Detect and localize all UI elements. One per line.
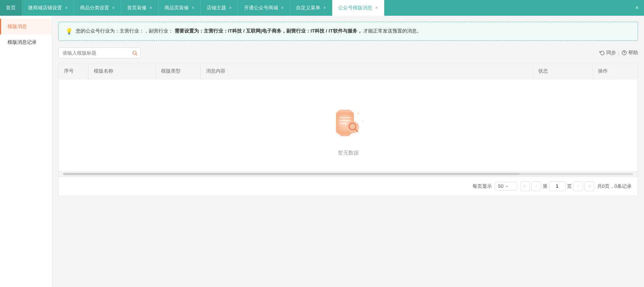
sync-icon: [600, 50, 605, 55]
empty-icon: ✦ ✦: [328, 102, 369, 143]
toolbar-right: 同步 | 帮助: [600, 49, 638, 56]
tab-template-message[interactable]: 公众号模版消息 ×: [332, 0, 384, 16]
col-header-name: 模版名称: [89, 63, 156, 79]
help-button[interactable]: 帮助: [622, 49, 638, 56]
empty-state: ✦ ✦ 暂无数据: [59, 79, 638, 171]
tab-wechat-mall[interactable]: 开通公众号商城 ×: [238, 0, 290, 16]
first-page-button[interactable]: [520, 181, 530, 191]
col-header-index: 序号: [59, 63, 89, 79]
empty-text: 暂无数据: [338, 150, 359, 156]
tab-custom-menu[interactable]: 自定义菜单 ×: [290, 0, 332, 16]
svg-line-1: [136, 54, 137, 55]
next-page-button[interactable]: [573, 181, 583, 191]
close-tab-theme[interactable]: ×: [229, 5, 232, 10]
last-page-icon: [587, 184, 591, 188]
data-table: 序号 模版名称 模版类型 消息内容 状态 操作: [58, 63, 638, 196]
tab-product-decor[interactable]: 商品页装修 ×: [158, 0, 201, 16]
sync-button[interactable]: 同步: [600, 49, 616, 56]
toolbar: 同步 | 帮助: [58, 48, 638, 58]
tab-category-settings[interactable]: 商品分类设置 ×: [74, 0, 121, 16]
page-nav: 第 页: [520, 181, 594, 191]
tab-shop-settings[interactable]: 微商城店铺设置 ×: [22, 0, 74, 16]
close-all-tabs[interactable]: ×: [630, 0, 644, 16]
search-input[interactable]: [58, 48, 141, 58]
close-tab-custom-menu[interactable]: ×: [323, 5, 326, 10]
scrollbar-track: [63, 173, 633, 175]
alert-box: 💡 您的公众号行业为：主营行业：，副营行业： 需要设置为：主营行业：IT科技 /…: [58, 22, 638, 41]
page-prefix: 第: [543, 183, 548, 190]
alert-icon: 💡: [65, 28, 73, 35]
col-header-content: 消息内容: [201, 63, 533, 79]
search-button[interactable]: [132, 50, 138, 56]
pagination: 每页显示 50: [59, 177, 638, 196]
last-page-button[interactable]: [585, 181, 594, 191]
horizontal-scrollbar[interactable]: [59, 171, 638, 177]
first-page-icon: [523, 184, 527, 188]
page-size-select[interactable]: 50: [495, 182, 517, 190]
prev-page-button[interactable]: [531, 181, 541, 191]
content-area: 💡 您的公众号行业为：主营行业：，副营行业： 需要设置为：主营行业：IT科技 /…: [52, 16, 644, 287]
prev-page-icon: [534, 184, 538, 188]
page-size-label: 每页显示: [472, 183, 492, 190]
sidebar-item-template-message-record[interactable]: 模版消息记录: [0, 34, 52, 50]
close-tab-category[interactable]: ×: [112, 5, 115, 10]
col-header-status: 状态: [533, 63, 593, 79]
svg-text:✦: ✦: [361, 120, 364, 123]
sidebar: 模版消息 模版消息记录: [0, 16, 52, 287]
page-number-input[interactable]: [549, 181, 566, 191]
help-icon: [622, 50, 627, 55]
col-header-action: 操作: [593, 63, 638, 79]
search-input-wrap: [58, 48, 141, 58]
svg-text:✦: ✦: [357, 112, 360, 116]
alert-text: 您的公众号行业为：主营行业：，副营行业： 需要设置为：主营行业：IT科技 / 互…: [76, 27, 422, 35]
scrollbar-thumb[interactable]: [63, 173, 519, 175]
table-header: 序号 模版名称 模版类型 消息内容 状态 操作: [59, 63, 638, 79]
close-tab-homepage[interactable]: ×: [150, 5, 152, 10]
sidebar-item-template-message[interactable]: 模版消息: [0, 19, 52, 34]
chevron-down-icon: [505, 184, 509, 188]
tab-shop-theme[interactable]: 店铺主题 ×: [201, 0, 238, 16]
next-page-icon: [576, 184, 580, 188]
close-tab-template-message[interactable]: ×: [375, 5, 378, 10]
page-suffix: 页: [567, 183, 572, 190]
search-icon: [132, 50, 138, 56]
col-header-type: 模版类型: [156, 63, 201, 79]
tab-home[interactable]: 首页: [0, 0, 22, 16]
toolbar-divider: |: [618, 50, 619, 56]
tab-homepage-decor[interactable]: 首页装修 ×: [121, 0, 158, 16]
close-tab-shop-settings[interactable]: ×: [65, 5, 68, 10]
top-nav: 首页 微商城店铺设置 × 商品分类设置 × 首页装修 × 商品页装修 × 店铺主…: [0, 0, 644, 16]
page-total: 共0页，0条记录: [597, 183, 632, 190]
close-tab-product-decor[interactable]: ×: [192, 5, 194, 10]
main-layout: 模版消息 模版消息记录 💡 您的公众号行业为：主营行业：，副营行业： 需要设置为…: [0, 16, 644, 287]
close-tab-wechat-mall[interactable]: ×: [281, 5, 284, 10]
